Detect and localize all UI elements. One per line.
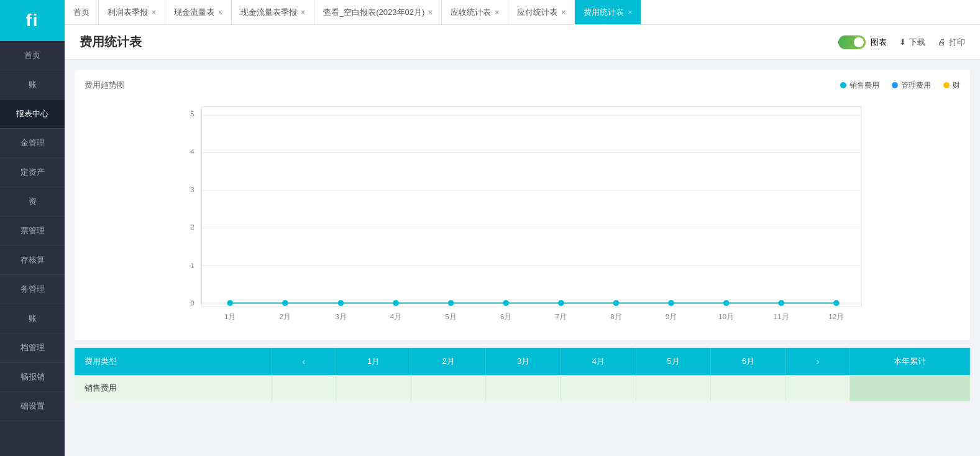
svg-point-19 xyxy=(558,300,564,306)
row-cell-m5 xyxy=(636,375,711,401)
legend-label-finance: 财 xyxy=(953,80,960,91)
tab-expense[interactable]: 费用统计表 × xyxy=(575,0,641,24)
download-icon: ⬇ xyxy=(899,37,906,47)
col-nav-next[interactable]: › xyxy=(785,348,849,375)
svg-point-15 xyxy=(338,300,344,306)
tab-close-receivable[interactable]: × xyxy=(495,8,499,17)
col-type: 费用类型 xyxy=(75,348,272,375)
row-cell-m6 xyxy=(711,375,786,401)
svg-point-18 xyxy=(503,300,509,306)
svg-text:0: 0 xyxy=(190,299,195,307)
svg-text:5: 5 xyxy=(190,109,195,118)
svg-point-23 xyxy=(778,300,784,306)
legend-label-sales: 销售费用 xyxy=(849,80,879,91)
tab-close-cashflow[interactable]: × xyxy=(218,8,222,17)
tab-close-blank[interactable]: × xyxy=(428,8,433,17)
svg-text:4月: 4月 xyxy=(390,312,402,320)
sidebar-item-assets[interactable]: 定资产 xyxy=(0,158,65,187)
sidebar-logo: fi xyxy=(0,0,65,41)
chart-title: 费用趋势图 xyxy=(85,80,125,91)
chart-toggle[interactable] xyxy=(838,35,866,49)
chart-container: 费用趋势图 销售费用 管理费用 财 xyxy=(75,70,970,340)
sidebar-item-cash[interactable]: 金管理 xyxy=(0,129,65,158)
tab-profit-quarterly[interactable]: 利润表季报 × xyxy=(99,0,165,24)
chart-toggle-group: 图表 xyxy=(838,35,887,49)
sidebar-item-reports[interactable]: 报表中心 xyxy=(0,100,65,129)
svg-rect-12 xyxy=(201,107,861,307)
tab-close-profit[interactable]: × xyxy=(152,8,156,17)
page-content: 费用统计表 图表 ⬇ 下载 🖨 打印 费用趋势图 xyxy=(65,25,980,456)
tab-close-cashflow-q[interactable]: × xyxy=(301,8,305,17)
sidebar-item-inventory[interactable]: 存核算 xyxy=(0,246,65,275)
col-month-3: 3月 xyxy=(486,348,561,375)
row-cell-nav xyxy=(785,375,849,401)
legend-dot-admin xyxy=(892,82,898,88)
sidebar-item-archive[interactable]: 档管理 xyxy=(0,333,65,363)
chart-toggle-label: 图表 xyxy=(871,37,887,48)
tab-close-payable[interactable]: × xyxy=(561,8,566,17)
table-row: 销售费用 xyxy=(75,375,970,401)
row-cell-empty xyxy=(272,375,336,401)
main-area: 首页 利润表季报 × 现金流量表 × 现金流量表季报 × 查看_空白报表(202… xyxy=(65,0,980,456)
row-cell-m4 xyxy=(561,375,636,401)
svg-text:2月: 2月 xyxy=(280,312,291,320)
tab-receivable[interactable]: 应收统计表 × xyxy=(442,0,508,24)
sidebar-item-home[interactable]: 首页 xyxy=(0,41,65,70)
svg-text:10月: 10月 xyxy=(718,312,734,320)
sidebar-item-capital[interactable]: 资 xyxy=(0,187,65,216)
sidebar-item-account[interactable]: 账 xyxy=(0,70,65,100)
tab-payable[interactable]: 应付统计表 × xyxy=(508,0,575,24)
svg-text:5月: 5月 xyxy=(445,312,457,320)
row-cell-m2 xyxy=(411,375,486,401)
svg-point-20 xyxy=(613,300,620,306)
svg-point-22 xyxy=(723,300,730,306)
legend-dot-sales xyxy=(840,82,846,88)
svg-point-17 xyxy=(448,300,454,306)
col-month-1: 1月 xyxy=(336,348,411,375)
expense-table: 费用类型 ‹ 1月 2月 3月 4月 5月 6月 › xyxy=(75,348,970,401)
svg-text:2: 2 xyxy=(190,223,195,231)
sidebar-item-expense[interactable]: 畅报销 xyxy=(0,363,65,392)
sidebar-item-ledger[interactable]: 账 xyxy=(0,304,65,333)
print-button[interactable]: 🖨 打印 xyxy=(938,37,965,48)
svg-text:1: 1 xyxy=(190,261,195,269)
tab-blank-report[interactable]: 查看_空白报表(2023年02月) × xyxy=(314,0,442,24)
print-icon: 🖨 xyxy=(938,37,946,47)
svg-point-16 xyxy=(393,300,399,306)
chart-legend: 销售费用 管理费用 财 xyxy=(840,80,960,91)
svg-text:3: 3 xyxy=(190,185,195,193)
legend-sales: 销售费用 xyxy=(840,80,879,91)
svg-text:9月: 9月 xyxy=(666,312,677,320)
svg-point-21 xyxy=(668,300,674,306)
svg-point-14 xyxy=(282,300,288,306)
page-header: 费用统计表 图表 ⬇ 下载 🖨 打印 xyxy=(65,25,980,60)
header-actions: 图表 ⬇ 下载 🖨 打印 xyxy=(838,35,965,49)
sidebar-item-service[interactable]: 务管理 xyxy=(0,275,65,304)
svg-text:12月: 12月 xyxy=(828,312,844,320)
svg-point-13 xyxy=(227,300,233,306)
line-chart: 5 4 3 2 1 0 xyxy=(85,98,960,328)
tab-cashflow-quarterly[interactable]: 现金流量表季报 × xyxy=(232,0,314,24)
row-cell-cumulative xyxy=(850,375,970,401)
svg-text:11月: 11月 xyxy=(774,312,789,320)
tab-cashflow[interactable]: 现金流量表 × xyxy=(165,0,232,24)
svg-text:1月: 1月 xyxy=(224,312,236,320)
tab-home[interactable]: 首页 xyxy=(65,0,99,24)
sidebar: fi 首页 账 报表中心 金管理 定资产 资 票管理 存核算 务管理 账 档管理… xyxy=(0,0,65,456)
row-type-sales: 销售费用 xyxy=(75,375,272,401)
tab-close-expense[interactable]: × xyxy=(628,8,632,17)
col-nav-prev[interactable]: ‹ xyxy=(272,348,336,375)
svg-point-24 xyxy=(833,300,840,306)
legend-admin: 管理费用 xyxy=(892,80,931,91)
svg-text:4: 4 xyxy=(190,147,195,156)
row-cell-m1 xyxy=(336,375,411,401)
legend-dot-finance xyxy=(943,82,950,88)
legend-label-admin: 管理费用 xyxy=(901,80,931,91)
sidebar-item-settings[interactable]: 础设置 xyxy=(0,392,65,421)
download-button[interactable]: ⬇ 下载 xyxy=(899,37,925,48)
svg-text:3月: 3月 xyxy=(335,312,347,320)
col-month-2: 2月 xyxy=(411,348,486,375)
page-title: 费用统计表 xyxy=(80,34,142,50)
sidebar-item-invoice[interactable]: 票管理 xyxy=(0,216,65,246)
legend-finance: 财 xyxy=(943,80,960,91)
